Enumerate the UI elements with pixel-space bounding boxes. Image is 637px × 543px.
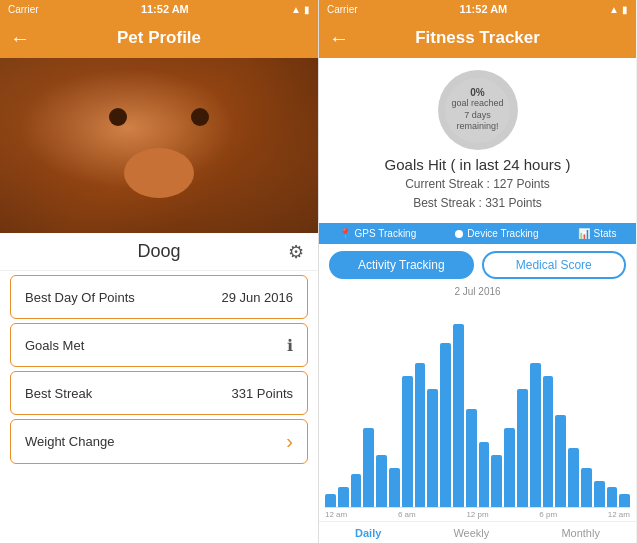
pet-profile-header: ← Pet Profile	[0, 18, 318, 58]
carrier-left: Carrier	[8, 4, 39, 15]
pet-name: Doog	[137, 241, 180, 262]
goal-circle-inner: 0% goal reached 7 days remaining!	[445, 78, 510, 143]
chart-date-label: 2 Jul 2016	[325, 286, 630, 297]
chart-bar	[581, 468, 592, 507]
status-icons-left: ▲ ▮	[291, 4, 310, 15]
signal-icon-right: ▲	[609, 4, 619, 15]
current-streak-text: Current Streak : 127 Points	[405, 175, 550, 194]
gps-tracking-label: GPS Tracking	[355, 228, 417, 239]
chart-bar	[543, 376, 554, 507]
chart-bar	[351, 474, 362, 507]
best-day-label: Best Day Of Points	[25, 290, 135, 305]
chart-bar	[504, 428, 515, 507]
chevron-right-icon: ›	[286, 430, 293, 453]
pet-profile-title: Pet Profile	[117, 28, 201, 48]
best-day-card[interactable]: Best Day Of Points 29 Jun 2016	[10, 275, 308, 319]
weight-change-card[interactable]: Weight Change ›	[10, 419, 308, 464]
gps-icon: 📍	[339, 228, 351, 239]
settings-gear-icon[interactable]: ⚙	[288, 241, 304, 263]
goals-hit-title: Goals Hit ( in last 24 hours )	[385, 156, 571, 173]
pet-name-row: Doog ⚙	[0, 233, 318, 271]
best-streak-label: Best Streak	[25, 386, 92, 401]
goals-met-label: Goals Met	[25, 338, 84, 353]
chart-bar	[555, 415, 566, 507]
chart-bars	[325, 299, 630, 507]
stats-label: Stats	[594, 228, 617, 239]
chart-area: 2 Jul 2016 12 am 6 am 12 pm 6 pm 12 am	[319, 286, 636, 521]
chart-bar	[338, 487, 349, 507]
action-buttons-row: Activity Tracking Medical Score	[319, 244, 636, 286]
chart-bar	[363, 428, 374, 507]
dog-eye-right	[191, 108, 209, 126]
goal-line3: remaining!	[456, 121, 498, 133]
best-day-value: 29 Jun 2016	[221, 290, 293, 305]
chart-bar	[517, 389, 528, 507]
best-streak-text: Best Streak : 331 Points	[413, 194, 542, 213]
info-icon: ℹ	[287, 336, 293, 355]
time-left: 11:52 AM	[141, 3, 189, 15]
goals-met-card[interactable]: Goals Met ℹ	[10, 323, 308, 367]
info-cards-list: Best Day Of Points 29 Jun 2016 Goals Met…	[0, 271, 318, 543]
fitness-tracker-screen: Carrier 11:52 AM ▲ ▮ ← Fitness Tracker 0…	[318, 0, 636, 543]
tracking-tab-bar: 📍 GPS Tracking Device Tracking 📊 Stats	[319, 223, 636, 244]
chart-bar	[607, 487, 618, 507]
x-label-0: 12 am	[325, 510, 347, 519]
chart-bar	[619, 494, 630, 507]
chart-bar	[594, 481, 605, 507]
time-right: 11:52 AM	[459, 3, 507, 15]
device-tracking-label: Device Tracking	[467, 228, 538, 239]
weekly-tab[interactable]: Weekly	[453, 527, 489, 539]
goal-progress-circle: 0% goal reached 7 days remaining!	[438, 70, 518, 150]
stats-bar-icon: 📊	[578, 228, 590, 239]
chart-bar	[491, 455, 502, 507]
fitness-tracker-header: ← Fitness Tracker	[319, 18, 636, 58]
chart-bar	[402, 376, 413, 507]
dog-eye-left	[109, 108, 127, 126]
chart-bar	[376, 455, 387, 507]
activity-tracking-button[interactable]: Activity Tracking	[329, 251, 474, 279]
chart-bar	[453, 324, 464, 507]
chart-bar	[325, 494, 336, 507]
status-bar-right: Carrier 11:52 AM ▲ ▮	[319, 0, 636, 18]
signal-icon-left: ▲	[291, 4, 301, 15]
x-label-2: 12 pm	[466, 510, 488, 519]
x-label-3: 6 pm	[539, 510, 557, 519]
goal-circle-area: 0% goal reached 7 days remaining! Goals …	[319, 58, 636, 217]
battery-icon-right: ▮	[622, 4, 628, 15]
chart-wrapper	[325, 299, 630, 508]
daily-tab[interactable]: Daily	[355, 527, 381, 539]
chart-bar	[427, 389, 438, 507]
best-streak-card[interactable]: Best Streak 331 Points	[10, 371, 308, 415]
chart-bar	[415, 363, 426, 507]
pet-photo	[0, 58, 318, 233]
best-streak-value: 331 Points	[232, 386, 293, 401]
chart-bar	[568, 448, 579, 507]
status-bar-left: Carrier 11:52 AM ▲ ▮	[0, 0, 318, 18]
medical-score-button[interactable]: Medical Score	[482, 251, 627, 279]
x-label-1: 6 am	[398, 510, 416, 519]
back-button-left[interactable]: ←	[10, 27, 30, 50]
monthly-tab[interactable]: Monthly	[561, 527, 600, 539]
chart-bar	[530, 363, 541, 507]
pet-profile-screen: Carrier 11:52 AM ▲ ▮ ← Pet Profile Doog …	[0, 0, 318, 543]
device-dot-icon	[455, 230, 463, 238]
bottom-tab-bar: Daily Weekly Monthly	[319, 521, 636, 543]
dog-snout	[124, 148, 194, 198]
back-button-right[interactable]: ←	[329, 27, 349, 50]
gps-tracking-tab[interactable]: 📍 GPS Tracking	[339, 228, 417, 239]
goal-percent: 0%	[470, 87, 484, 98]
carrier-right: Carrier	[327, 4, 358, 15]
fitness-tracker-title: Fitness Tracker	[415, 28, 540, 48]
goal-line2: 7 days	[464, 110, 491, 122]
chart-bar	[466, 409, 477, 507]
chart-bar	[389, 468, 400, 507]
battery-icon-left: ▮	[304, 4, 310, 15]
weight-change-label: Weight Change	[25, 434, 114, 449]
stats-tab[interactable]: 📊 Stats	[578, 228, 617, 239]
status-icons-right: ▲ ▮	[609, 4, 628, 15]
chart-bar	[440, 343, 451, 507]
device-tracking-tab[interactable]: Device Tracking	[455, 228, 538, 239]
chart-bar	[479, 442, 490, 507]
dog-face-art	[89, 78, 229, 208]
x-label-4: 12 am	[608, 510, 630, 519]
